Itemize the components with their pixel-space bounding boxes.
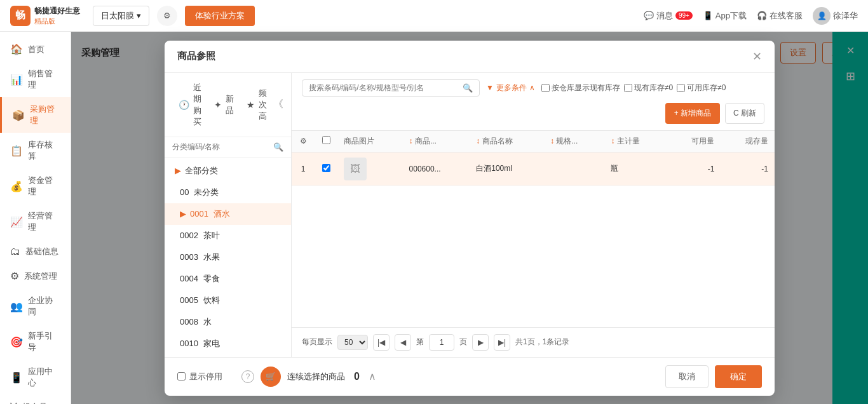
row-unit: 瓶 <box>604 152 667 185</box>
checkbox-by-warehouse[interactable]: 按仓库显示现有库存 <box>541 83 620 93</box>
nav-right: 💬 消息 99+ 📱 App下载 🎧 在线客服 👤 徐泽华 <box>644 7 858 25</box>
col-img: 商品图片 <box>337 131 403 152</box>
col-stock: 现存量 <box>721 131 775 152</box>
modal-close-button[interactable]: ✕ <box>752 50 762 64</box>
sidebar-item-appcenter[interactable]: 📱 应用中心 <box>0 360 71 395</box>
next-page-button[interactable]: ▶ <box>472 334 489 351</box>
checkbox-nonzero-available[interactable]: 可用库存≠0 <box>677 83 726 93</box>
add-product-button[interactable]: + 新增商品 <box>665 103 720 124</box>
cat-item-0004[interactable]: 0004 零食 <box>165 268 291 290</box>
page-label: 第 <box>416 337 424 347</box>
filter-checkboxes: 按仓库显示现有库存 现有库存≠0 可用库存≠0 <box>541 83 726 93</box>
last-page-button[interactable]: ▶| <box>494 334 510 351</box>
sidebar-item-guide[interactable]: 🎯 新手引导 <box>0 324 71 360</box>
tab-new-product[interactable]: ✦ 新品 <box>208 90 240 120</box>
online-service-item[interactable]: 🎧 在线客服 <box>757 10 803 22</box>
row-select-checkbox[interactable] <box>322 164 330 172</box>
chevron-up-icon: ∧ <box>529 83 535 92</box>
sidebar-item-home[interactable]: 🏠 首页 <box>0 37 71 62</box>
logo-icon: 畅 <box>10 6 31 26</box>
show-disabled-checkbox[interactable] <box>177 372 186 380</box>
system-icon: ⚙ <box>10 270 19 282</box>
user-profile[interactable]: 👤 徐泽华 <box>813 7 858 25</box>
tab-frequent[interactable]: ★ 频次高 <box>240 84 273 126</box>
show-disabled-area: 显示停用 <box>177 371 222 382</box>
col-available: 可用量 <box>667 131 721 152</box>
sidebar-item-operations[interactable]: 📈 经营管理 <box>0 204 71 239</box>
category-search-area: 🔍 <box>165 137 291 158</box>
cat-item-0003[interactable]: 0003 水果 <box>165 246 291 268</box>
modal-footer: 显示停用 ? 🛒 连续选择的商品 0 ∧ 取消 确定 <box>165 357 775 396</box>
cat-item-0005[interactable]: 0005 饮料 <box>165 290 291 311</box>
collapse-panel-button[interactable]: 《 <box>273 98 283 111</box>
app-download-item[interactable]: 📱 App下载 <box>703 10 747 22</box>
nonzero-available-checkbox[interactable] <box>677 84 685 92</box>
cart-label: 连续选择的商品 <box>287 371 345 382</box>
sidebar-item-sales[interactable]: 📊 销售管理 <box>0 62 71 97</box>
product-image: 🖼 <box>344 158 367 180</box>
sidebar-item-inventory[interactable]: 📋 库存核算 <box>0 133 71 168</box>
table-row[interactable]: 1 🖼 000600... 白酒100ml <box>292 152 775 185</box>
product-search-icon[interactable]: 🔍 <box>463 83 473 93</box>
product-table: ⚙ 商品图片 ↕ 商品... <box>292 131 775 186</box>
trial-button[interactable]: 体验行业方案 <box>185 6 255 26</box>
category-search-icon[interactable]: 🔍 <box>273 142 283 152</box>
col-name: ↕ 商品名称 <box>470 131 544 152</box>
product-search-input[interactable] <box>309 83 459 92</box>
first-page-button[interactable]: |◀ <box>373 334 390 351</box>
cat-item-0002[interactable]: 0002 茶叶 <box>165 225 291 246</box>
cancel-button[interactable]: 取消 <box>665 365 709 388</box>
sidebar-item-base-info[interactable]: 🗂 基础信息 <box>0 239 71 264</box>
inventory-icon: 📋 <box>10 145 23 157</box>
footer-cart-area: ? 🛒 连续选择的商品 0 ∧ <box>241 367 376 387</box>
sort-icon-spec: ↕ <box>550 137 554 145</box>
tab-recent-purchase[interactable]: 🕐 近期购买 <box>172 78 208 131</box>
nav-selector[interactable]: 日太阳膜 ▾ <box>93 6 149 26</box>
phone-icon: 📱 <box>703 11 713 20</box>
category-panel: 🕐 近期购买 ✦ 新品 ★ 频次高 《 <box>165 73 292 357</box>
sidebar-item-finance[interactable]: 💰 资金管理 <box>0 168 71 204</box>
by-warehouse-checkbox[interactable] <box>541 84 550 92</box>
footer-collapse-icon[interactable]: ∧ <box>369 370 376 382</box>
nonzero-stock-checkbox[interactable] <box>624 84 632 92</box>
message-nav-item[interactable]: 💬 消息 99+ <box>644 10 693 22</box>
help-icon[interactable]: ? <box>241 370 254 383</box>
cat-item-00[interactable]: 00 未分类 <box>165 182 291 203</box>
row-code: 000600... <box>403 152 470 185</box>
finance-icon: 💰 <box>10 180 23 192</box>
appcenter-icon: 📱 <box>10 372 23 384</box>
cat-item-0008[interactable]: 0008 水 <box>165 311 291 333</box>
select-all-checkbox[interactable] <box>322 136 330 144</box>
sidebar-item-purchase[interactable]: 📦 采购管理 <box>0 97 71 133</box>
sidebar-item-vip[interactable]: V 畅会员 <box>0 395 71 404</box>
col-settings[interactable]: ⚙ <box>292 131 315 152</box>
prev-page-button[interactable]: ◀ <box>395 334 411 351</box>
cat-item-0010[interactable]: 0010 家电 <box>165 333 291 354</box>
col-unit: ↕ 主计量 <box>604 131 667 152</box>
checkbox-nonzero-stock[interactable]: 现有库存≠0 <box>624 83 673 93</box>
cat-item-0001[interactable]: ▶ 0001 酒水 <box>165 203 291 225</box>
product-search-box: 🔍 <box>302 79 480 97</box>
selected-count: 0 <box>354 371 360 382</box>
category-search-input[interactable] <box>172 142 269 151</box>
sidebar-item-system[interactable]: ⚙ 系统管理 <box>0 264 71 288</box>
guide-icon: 🎯 <box>10 336 23 348</box>
more-filter-button[interactable]: ▼ 更多条件 ∧ <box>486 83 535 93</box>
cat-arrow-icon: ▶ <box>175 166 181 175</box>
gear-button[interactable]: ⚙ <box>157 6 177 26</box>
confirm-button[interactable]: 确定 <box>715 365 762 388</box>
cart-button[interactable]: 🛒 <box>261 367 281 387</box>
home-icon: 🏠 <box>10 43 23 55</box>
refresh-button[interactable]: C 刷新 <box>725 103 764 124</box>
page-number-input[interactable] <box>429 334 454 351</box>
product-toolbar: 🔍 ▼ 更多条件 ∧ 按仓库显示现有库存 <box>292 73 775 131</box>
notification-badge: 99+ <box>675 11 693 20</box>
sidebar-item-enterprise[interactable]: 👥 企业协同 <box>0 288 71 324</box>
cat-item-all[interactable]: ▶ 全部分类 <box>165 160 291 182</box>
chevron-down-icon: ▾ <box>137 11 141 20</box>
filter-icon: ▼ <box>486 83 494 92</box>
baseinfo-icon: 🗂 <box>10 246 20 257</box>
row-num: 1 <box>292 152 315 185</box>
row-checkbox <box>315 152 337 185</box>
per-page-select[interactable]: 50 <box>337 335 368 350</box>
